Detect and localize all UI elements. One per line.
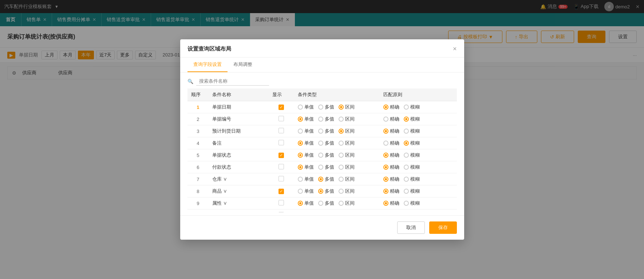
match-fuzzy-label: 模糊 bbox=[410, 164, 420, 170]
row-display-checkbox[interactable] bbox=[278, 140, 284, 145]
cond-range[interactable]: 区间 bbox=[339, 128, 355, 134]
match-exact[interactable]: 精确 bbox=[383, 104, 399, 110]
cond-multi[interactable]: 多值 bbox=[318, 212, 334, 212]
match-fuzzy[interactable]: 模糊 bbox=[404, 212, 420, 212]
cond-single-radio bbox=[298, 177, 303, 182]
cond-multi[interactable]: 多值 bbox=[318, 188, 334, 194]
cond-range[interactable]: 区间 bbox=[339, 104, 355, 110]
match-exact[interactable]: 精确 bbox=[383, 164, 399, 170]
row-display-checkbox[interactable] bbox=[278, 153, 284, 158]
match-fuzzy[interactable]: 模糊 bbox=[404, 188, 420, 194]
row-name: 属性 ∨ bbox=[212, 200, 227, 206]
match-exact[interactable]: 精确 bbox=[383, 212, 399, 212]
cond-range-radio bbox=[339, 201, 344, 206]
match-fuzzy-label: 模糊 bbox=[410, 116, 420, 122]
cond-multi[interactable]: 多值 bbox=[318, 116, 334, 122]
th-match-rule: 匹配原则 bbox=[380, 89, 457, 101]
row-display-checkbox[interactable] bbox=[278, 176, 284, 181]
cond-single[interactable]: 单值 bbox=[298, 116, 314, 122]
match-fuzzy-radio bbox=[404, 177, 409, 182]
cond-single[interactable]: 单值 bbox=[298, 212, 314, 212]
table-row: 10 有无商品图片 单值 bbox=[187, 209, 457, 213]
cancel-button[interactable]: 取消 bbox=[397, 221, 425, 234]
match-exact[interactable]: 精确 bbox=[383, 152, 399, 158]
match-exact[interactable]: 精确 bbox=[383, 188, 399, 194]
cond-range[interactable]: 区间 bbox=[339, 212, 355, 212]
row-display-checkbox[interactable] bbox=[278, 116, 284, 121]
cond-multi[interactable]: 多值 bbox=[318, 164, 334, 170]
cond-single[interactable]: 单值 bbox=[298, 104, 314, 110]
cond-single-label: 单值 bbox=[304, 188, 314, 194]
modal-overlay: 设置查询区域布局 × 查询字段设置 布局调整 🔍 bbox=[0, 0, 644, 279]
cond-multi[interactable]: 多值 bbox=[318, 200, 334, 207]
dialog-close-btn[interactable]: × bbox=[453, 45, 457, 53]
match-fuzzy[interactable]: 模糊 bbox=[404, 176, 420, 182]
row-display-checkbox[interactable] bbox=[278, 164, 284, 169]
match-exact-label: 精确 bbox=[390, 164, 399, 170]
cond-range[interactable]: 区间 bbox=[339, 164, 355, 170]
th-cond-type: 条件类型 bbox=[294, 89, 380, 101]
cond-multi[interactable]: 多值 bbox=[318, 176, 334, 182]
cond-range-radio bbox=[339, 141, 344, 146]
cond-multi[interactable]: 多值 bbox=[318, 152, 334, 158]
cond-range[interactable]: 区间 bbox=[339, 200, 355, 207]
table-body: 1 单据日期 单值 bbox=[187, 101, 457, 213]
match-exact-label: 精确 bbox=[390, 140, 399, 146]
tab-layout-adjust-label: 布局调整 bbox=[233, 62, 252, 67]
row-display-checkbox[interactable] bbox=[278, 200, 284, 205]
cond-type-group: 单值 多值 区间 bbox=[298, 200, 376, 207]
cond-single[interactable]: 单值 bbox=[298, 152, 314, 158]
match-exact[interactable]: 精确 bbox=[383, 176, 399, 182]
match-fuzzy-radio bbox=[404, 201, 409, 206]
match-fuzzy-label: 模糊 bbox=[410, 212, 420, 212]
row-display-checkbox[interactable] bbox=[278, 105, 284, 110]
cond-range[interactable]: 区间 bbox=[339, 188, 355, 194]
search-input[interactable] bbox=[196, 77, 269, 86]
match-fuzzy[interactable]: 模糊 bbox=[404, 116, 420, 122]
match-fuzzy-radio bbox=[404, 141, 409, 146]
match-fuzzy[interactable]: 模糊 bbox=[404, 128, 420, 134]
cond-single[interactable]: 单值 bbox=[298, 128, 314, 134]
save-button[interactable]: 保存 bbox=[429, 221, 457, 234]
match-exact[interactable]: 精确 bbox=[383, 116, 399, 122]
tab-layout-adjust[interactable]: 布局调整 bbox=[228, 58, 258, 72]
cond-single[interactable]: 单值 bbox=[298, 140, 314, 146]
cond-multi[interactable]: 多值 bbox=[318, 128, 334, 134]
match-fuzzy[interactable]: 模糊 bbox=[404, 140, 420, 146]
cond-multi[interactable]: 多值 bbox=[318, 140, 334, 146]
match-fuzzy[interactable]: 模糊 bbox=[404, 152, 420, 158]
match-fuzzy[interactable]: 模糊 bbox=[404, 200, 420, 207]
cond-single-radio bbox=[298, 153, 303, 158]
match-fuzzy-radio bbox=[404, 105, 409, 110]
cond-range[interactable]: 区间 bbox=[339, 116, 355, 122]
tab-field-settings[interactable]: 查询字段设置 bbox=[187, 58, 228, 72]
cond-single[interactable]: 单值 bbox=[298, 200, 314, 207]
cond-single[interactable]: 单值 bbox=[298, 188, 314, 194]
cond-single-label: 单值 bbox=[304, 152, 314, 158]
cond-range-radio bbox=[339, 129, 344, 134]
match-fuzzy-label: 模糊 bbox=[410, 176, 420, 182]
match-rule-group: 精确 模糊 bbox=[383, 200, 453, 207]
cond-range[interactable]: 区间 bbox=[339, 176, 355, 182]
row-order: 3 bbox=[197, 129, 199, 134]
row-display-checkbox[interactable] bbox=[278, 212, 284, 212]
match-exact[interactable]: 精确 bbox=[383, 200, 399, 207]
table-row: 6 付款状态 单值 bbox=[187, 161, 457, 173]
cond-single[interactable]: 单值 bbox=[298, 164, 314, 170]
match-exact[interactable]: 精确 bbox=[383, 128, 399, 134]
cond-single-label: 单值 bbox=[304, 104, 314, 110]
row-display-checkbox[interactable] bbox=[278, 189, 284, 194]
table-row: 4 备注 单值 bbox=[187, 137, 457, 149]
match-exact[interactable]: 精确 bbox=[383, 140, 399, 146]
match-fuzzy-label: 模糊 bbox=[410, 188, 420, 194]
cond-single[interactable]: 单值 bbox=[298, 176, 314, 182]
match-fuzzy[interactable]: 模糊 bbox=[404, 104, 420, 110]
match-fuzzy[interactable]: 模糊 bbox=[404, 164, 420, 170]
row-display-checkbox[interactable] bbox=[278, 128, 284, 133]
cond-range-label: 区间 bbox=[345, 104, 355, 110]
cond-multi[interactable]: 多值 bbox=[318, 104, 334, 110]
cond-range[interactable]: 区间 bbox=[339, 152, 355, 158]
row-order: 4 bbox=[197, 141, 199, 146]
cond-range-radio bbox=[339, 177, 344, 182]
cond-range[interactable]: 区间 bbox=[339, 140, 355, 146]
